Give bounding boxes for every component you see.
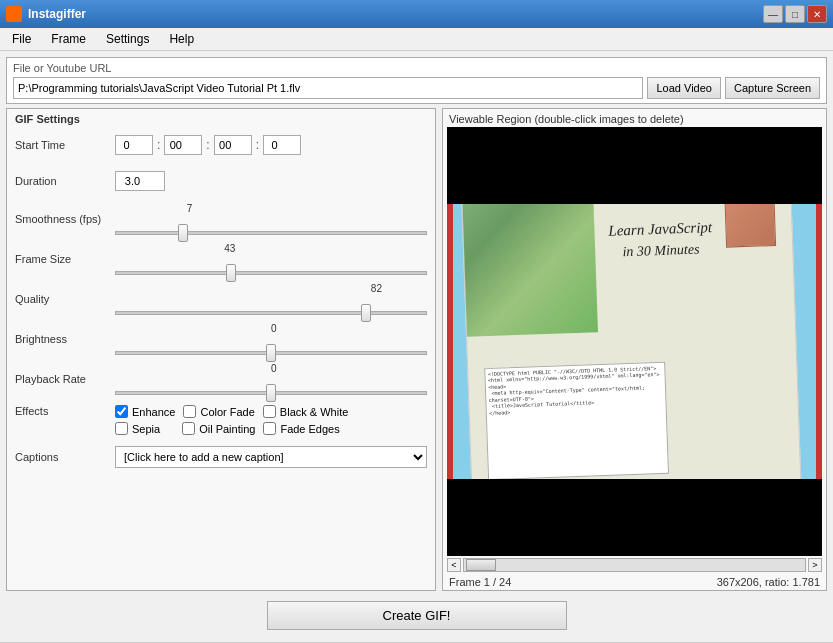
- video-code-area: <!DOCTYPE html PUBLIC "-//W3C//DTD HTML …: [484, 362, 668, 480]
- smoothness-row: Smoothness (fps) 7: [15, 203, 427, 235]
- two-col-layout: GIF Settings Start Time : : : Duration: [6, 108, 827, 591]
- effect-sepia-check[interactable]: [115, 422, 128, 435]
- captions-row: Captions [Click here to add a new captio…: [15, 443, 427, 471]
- effect-color-fade[interactable]: Color Fade: [183, 405, 254, 418]
- effect-black-white[interactable]: Black & White: [263, 405, 348, 418]
- effect-oil-painting-label: Oil Painting: [199, 423, 255, 435]
- viewable-region-panel: Viewable Region (double-click images to …: [442, 108, 827, 591]
- captions-control: [Click here to add a new caption]: [115, 446, 427, 468]
- effect-sepia-label: Sepia: [132, 423, 160, 435]
- smoothness-slider[interactable]: [115, 231, 427, 235]
- effect-sepia[interactable]: Sepia: [115, 422, 160, 435]
- quality-value: 82: [371, 283, 382, 294]
- start-time-hours[interactable]: [115, 135, 153, 155]
- effect-black-white-check[interactable]: [263, 405, 276, 418]
- brightness-row: Brightness 0: [15, 323, 427, 355]
- file-section: File or Youtube URL Load Video Capture S…: [6, 57, 827, 104]
- brightness-slider[interactable]: [115, 351, 427, 355]
- effect-color-fade-check[interactable]: [183, 405, 196, 418]
- time-sep-3: :: [256, 138, 259, 152]
- video-area[interactable]: Learn JavaScript in 30 Minutes <!DOCTYPE…: [447, 127, 822, 556]
- title-bar-left: Instagiffer: [6, 6, 86, 22]
- restore-button[interactable]: □: [785, 5, 805, 23]
- effect-oil-painting[interactable]: Oil Painting: [182, 422, 255, 435]
- quality-slider[interactable]: [115, 311, 427, 315]
- effect-enhance-check[interactable]: [115, 405, 128, 418]
- menu-help[interactable]: Help: [161, 30, 202, 48]
- start-time-control: : : :: [115, 135, 427, 155]
- file-path-input[interactable]: [13, 77, 643, 99]
- effects-row: Effects Enhance Color Fade B: [15, 403, 427, 435]
- scroll-track[interactable]: [463, 558, 806, 572]
- smoothness-value: 7: [187, 203, 193, 214]
- duration-row: Duration: [15, 167, 427, 195]
- start-time-row: Start Time : : :: [15, 131, 427, 159]
- frame-size-label: Frame Size: [15, 253, 115, 265]
- black-bar-bottom: [447, 479, 822, 556]
- quality-slider-wrap: 82: [115, 283, 427, 315]
- video-scrollbar: < >: [443, 556, 826, 574]
- main-content: File or Youtube URL Load Video Capture S…: [0, 51, 833, 642]
- app-icon: [6, 6, 22, 22]
- gif-settings-title: GIF Settings: [15, 113, 427, 125]
- time-sep-2: :: [206, 138, 209, 152]
- video-text-area: Learn JavaScript in 30 Minutes: [578, 215, 743, 264]
- playback-rate-label: Playback Rate: [15, 373, 115, 385]
- effects-label: Effects: [15, 405, 115, 417]
- bottom-bar: Create GIF!: [6, 595, 827, 636]
- frame-size-value: 43: [224, 243, 235, 254]
- video-text-line2: in 30 Minutes: [578, 237, 743, 264]
- video-paper: Learn JavaScript in 30 Minutes <!DOCTYPE…: [460, 164, 801, 497]
- title-bar-controls: — □ ✕: [763, 5, 827, 23]
- scroll-thumb[interactable]: [466, 559, 496, 571]
- quality-label: Quality: [15, 293, 115, 305]
- brightness-slider-wrap: 0: [115, 323, 427, 355]
- menu-frame[interactable]: Frame: [43, 30, 94, 48]
- menu-bar: File Frame Settings Help: [0, 28, 833, 51]
- video-content: Learn JavaScript in 30 Minutes <!DOCTYPE…: [447, 127, 822, 556]
- capture-screen-button[interactable]: Capture Screen: [725, 77, 820, 99]
- effect-enhance[interactable]: Enhance: [115, 405, 175, 418]
- effects-row-2: Sepia Oil Painting Fade Edges: [115, 422, 348, 435]
- captions-select[interactable]: [Click here to add a new caption]: [115, 446, 427, 468]
- start-time-frames[interactable]: [263, 135, 301, 155]
- smoothness-label: Smoothness (fps): [15, 213, 115, 225]
- scroll-right-arrow[interactable]: >: [808, 558, 822, 572]
- start-time-seconds[interactable]: [214, 135, 252, 155]
- playback-rate-value: 0: [271, 363, 277, 374]
- effect-oil-painting-check[interactable]: [182, 422, 195, 435]
- minimize-button[interactable]: —: [763, 5, 783, 23]
- playback-rate-row: Playback Rate 0: [15, 363, 427, 395]
- playback-rate-slider-wrap: 0: [115, 363, 427, 395]
- create-gif-button[interactable]: Create GIF!: [267, 601, 567, 630]
- effect-black-white-label: Black & White: [280, 406, 348, 418]
- load-video-button[interactable]: Load Video: [647, 77, 720, 99]
- smoothness-slider-wrap: 7: [115, 203, 427, 235]
- duration-input[interactable]: [115, 171, 165, 191]
- black-bar-top: [447, 127, 822, 204]
- file-section-label: File or Youtube URL: [13, 62, 820, 74]
- effects-row-1: Enhance Color Fade Black & White: [115, 405, 348, 418]
- frame-info: Frame 1 / 24 367x206, ratio: 1.781: [443, 574, 826, 590]
- time-sep-1: :: [157, 138, 160, 152]
- gif-settings-panel: GIF Settings Start Time : : : Duration: [6, 108, 436, 591]
- frame-number: Frame 1 / 24: [449, 576, 511, 588]
- effect-fade-edges-check[interactable]: [263, 422, 276, 435]
- duration-control: [115, 171, 427, 191]
- effect-fade-edges-label: Fade Edges: [280, 423, 339, 435]
- frame-ratio: 367x206, ratio: 1.781: [717, 576, 820, 588]
- title-bar: Instagiffer — □ ✕: [0, 0, 833, 28]
- effect-fade-edges[interactable]: Fade Edges: [263, 422, 339, 435]
- scroll-left-arrow[interactable]: <: [447, 558, 461, 572]
- frame-size-slider[interactable]: [115, 271, 427, 275]
- effect-color-fade-label: Color Fade: [200, 406, 254, 418]
- app-title: Instagiffer: [28, 7, 86, 21]
- start-time-minutes[interactable]: [164, 135, 202, 155]
- frame-size-slider-wrap: 43: [115, 243, 427, 275]
- close-button[interactable]: ✕: [807, 5, 827, 23]
- menu-file[interactable]: File: [4, 30, 39, 48]
- menu-settings[interactable]: Settings: [98, 30, 157, 48]
- playback-rate-slider[interactable]: [115, 391, 427, 395]
- brightness-label: Brightness: [15, 333, 115, 345]
- captions-label: Captions: [15, 451, 115, 463]
